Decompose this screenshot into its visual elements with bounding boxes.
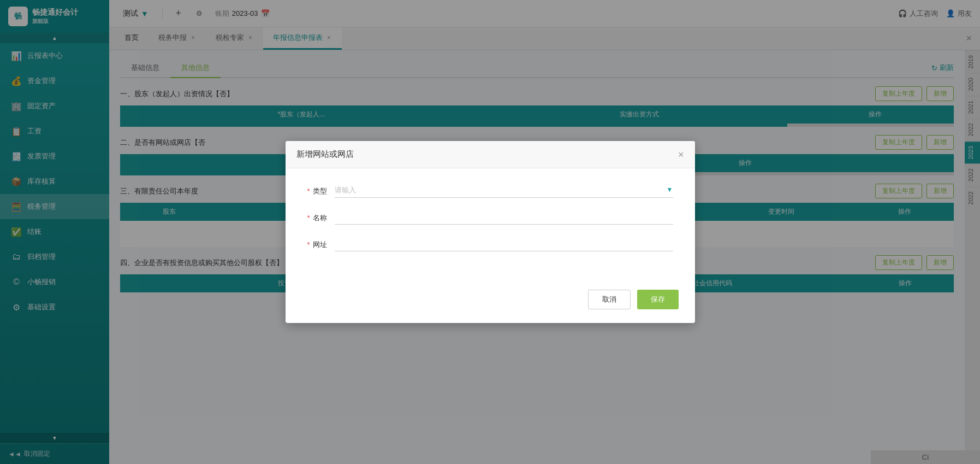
name-input[interactable] <box>335 212 673 222</box>
dialog-title: 新增网站或网店 <box>296 149 354 160</box>
dialog-close-button[interactable]: × <box>678 150 684 160</box>
dialog-body: * 类型 ▼ * 名称 * <box>286 168 695 281</box>
form-input-wrapper-type: ▼ <box>335 185 673 198</box>
dialog-header: 新增网站或网店 × <box>286 141 695 168</box>
dialog-footer: 取消 保存 <box>286 281 695 323</box>
form-input-wrapper-name <box>335 212 673 225</box>
cancel-button[interactable]: 取消 <box>588 290 631 309</box>
form-label-type: * 类型 <box>307 186 329 196</box>
form-field-name: * 名称 <box>307 212 673 225</box>
form-field-type: * 类型 ▼ <box>307 185 673 198</box>
dialog-add-website: 新增网站或网店 × * 类型 ▼ * 名称 <box>286 141 695 323</box>
type-input[interactable] <box>335 185 673 195</box>
form-input-wrapper-url <box>335 238 673 251</box>
form-label-name: * 名称 <box>307 213 329 223</box>
form-field-url: * 网址 <box>307 238 673 251</box>
save-button[interactable]: 保存 <box>637 290 679 309</box>
url-input[interactable] <box>335 238 673 249</box>
form-label-url: * 网址 <box>307 240 329 250</box>
modal-overlay[interactable]: 新增网站或网店 × * 类型 ▼ * 名称 <box>0 0 980 464</box>
type-dropdown-arrow[interactable]: ▼ <box>667 186 673 193</box>
